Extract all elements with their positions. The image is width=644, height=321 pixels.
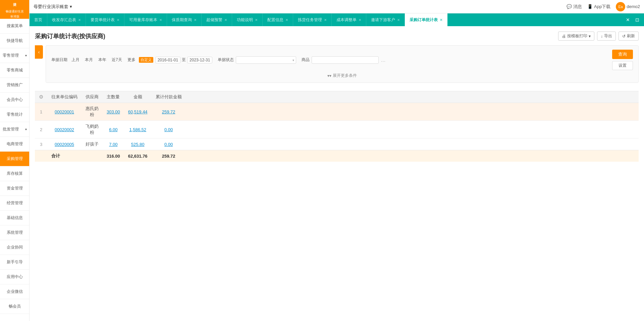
expand-icon: ▾▾ — [327, 73, 331, 78]
date-start[interactable]: 2016-01-01 — [155, 57, 180, 63]
close-tab-icon[interactable]: ✕ — [624, 16, 632, 24]
tab-close-icon[interactable]: ✕ — [78, 18, 81, 22]
tab-close-icon[interactable]: ✕ — [324, 18, 327, 22]
query-button[interactable]: 查询 — [612, 50, 633, 59]
export-button[interactable]: ↓ 导出 — [597, 32, 616, 41]
collapse-filter-btn[interactable]: ‹ — [35, 45, 43, 59]
row-amount[interactable]: 1,586.52 — [124, 121, 152, 139]
sidebar-item-应用中心[interactable]: 应用中心 — [0, 270, 30, 284]
nav-tab-拣货任务管理[interactable]: 拣货任务管理✕ — [293, 13, 332, 26]
print-icon: 🖨 — [562, 34, 566, 39]
expand-more-btn[interactable]: ▾▾ 展开更多条件 — [327, 73, 357, 78]
nav-tab-首页[interactable]: 首页 — [30, 13, 47, 26]
sidebar-item-搜索英单[interactable]: 搜索英单 — [0, 19, 30, 34]
sidebar-item-库存核算[interactable]: 库存核算 — [0, 166, 30, 181]
row-amount[interactable]: 525.80 — [124, 139, 152, 150]
sidebar-item-零售统计[interactable]: 零售统计 — [0, 107, 30, 122]
filter-settings-button[interactable]: 设置 — [612, 61, 633, 70]
sidebar-item-电商管理[interactable]: 电商管理 — [0, 137, 30, 152]
nav-tab-邀请下游客户[interactable]: 邀请下游客户✕ — [366, 13, 405, 26]
col-qty: 主数量 — [103, 91, 124, 103]
maximize-tab-icon[interactable]: ⊡ — [633, 16, 641, 24]
row-qty[interactable]: 303.00 — [103, 103, 124, 121]
tab-close-icon[interactable]: ✕ — [117, 18, 119, 22]
col-settings[interactable]: ⚙ — [35, 91, 47, 103]
row-paid[interactable]: 0.00 — [152, 139, 186, 150]
nav-tab-超储预警[interactable]: 超储预警✕ — [202, 13, 232, 26]
nav-tab-收发存汇总表[interactable]: 收发存汇总表✕ — [47, 13, 86, 26]
app-download-btn[interactable]: 📱 App下载 — [587, 4, 610, 10]
sidebar-item-资金管理[interactable]: 资金管理 — [0, 181, 30, 196]
sidebar-item-会员中心[interactable]: 会员中心 — [0, 93, 30, 107]
sidebar-item-label: 资金管理 — [7, 185, 23, 191]
goods-more-icon[interactable]: … — [381, 57, 385, 63]
row-code[interactable]: 00020002 — [47, 121, 82, 139]
row-supplier: 飞鹤奶粉 — [82, 121, 103, 139]
sidebar-item-批发管理[interactable]: 批发管理▾ — [0, 122, 30, 137]
workspace-selector[interactable]: 母婴行业演示账套 ▾ — [34, 4, 72, 10]
more-date-btn[interactable]: 更多 — [125, 56, 138, 63]
sidebar-arrow-icon: ▾ — [25, 127, 27, 131]
column-settings-icon[interactable]: ⚙ — [39, 94, 43, 100]
row-amount[interactable]: 60,519.44 — [124, 103, 152, 121]
row-paid[interactable]: 259.72 — [152, 103, 186, 121]
refresh-button[interactable]: ↺ 刷新 — [619, 32, 639, 41]
sidebar-item-企业协同[interactable]: 企业协同 — [0, 240, 30, 255]
col-amount: 金额 — [124, 91, 152, 103]
prev-month-btn[interactable]: 上月 — [69, 56, 82, 63]
message-label: 消息 — [573, 4, 582, 10]
nav-tab-功能说明[interactable]: 功能说明✕ — [232, 13, 263, 26]
tab-close-icon[interactable]: ✕ — [255, 18, 258, 22]
sidebar-item-快捷导航[interactable]: 快捷导航 — [0, 34, 30, 48]
user-profile[interactable]: Ea demo2 — [616, 2, 640, 11]
nav-tab-成本调整单[interactable]: 成本调整单✕ — [332, 13, 366, 26]
tab-close-icon[interactable]: ✕ — [285, 18, 288, 22]
tab-close-icon[interactable]: ✕ — [397, 18, 400, 22]
workspace-label: 母婴行业演示账套 — [34, 4, 68, 10]
row-qty[interactable]: 7.00 — [103, 139, 124, 150]
row-paid[interactable]: 0.00 — [152, 121, 186, 139]
tab-label: 邀请下游客户 — [371, 17, 395, 23]
tab-close-icon[interactable]: ✕ — [359, 18, 361, 22]
footer-label: 合计 — [47, 150, 82, 162]
sidebar-item-畅会员[interactable]: 畅会员 — [0, 299, 30, 314]
goods-input[interactable] — [312, 56, 379, 64]
app-logo: 捷 畅捷通好生意 标准版 — [0, 0, 30, 19]
tab-close-icon[interactable]: ✕ — [159, 18, 162, 22]
nav-tab-要货单统计表[interactable]: 要货单统计表✕ — [86, 13, 124, 26]
sidebar-item-label: 营销推广 — [7, 82, 23, 88]
footer-empty-1 — [35, 150, 47, 162]
sidebar-item-采购管理[interactable]: 采购管理 — [0, 152, 30, 166]
col-code: 往来单位编码 — [47, 91, 82, 103]
tab-close-icon[interactable]: ✕ — [224, 18, 227, 22]
date-end[interactable]: 2023-12-31 — [187, 57, 212, 63]
tab-actions: ✕ ⊡ — [624, 16, 644, 24]
tab-label: 成本调整单 — [336, 17, 357, 23]
footer-empty-3 — [186, 150, 639, 162]
sidebar-item-系统管理[interactable]: 系统管理 — [0, 225, 30, 240]
print-button[interactable]: 🖨 按模板打印 ▾ — [558, 32, 594, 41]
row-code[interactable]: 00020005 — [47, 139, 82, 150]
sidebar-item-基础信息[interactable]: 基础信息 — [0, 211, 30, 225]
status-label: 单据状态 — [218, 57, 234, 63]
sidebar-item-营销推广[interactable]: 营销推广 — [0, 78, 30, 93]
nav-tab-保质期查询[interactable]: 保质期查询✕ — [167, 13, 202, 26]
7days-btn[interactable]: 近7天 — [110, 56, 124, 63]
sidebar-item-经营管理[interactable]: 经营管理 — [0, 196, 30, 211]
nav-tab-采购订单统计表[interactable]: 采购订单统计表✕ — [405, 13, 447, 26]
this-month-btn[interactable]: 本月 — [83, 56, 95, 63]
sidebar-item-零售管理[interactable]: 零售管理▾ — [0, 48, 30, 63]
sidebar-item-新手引导[interactable]: 新手引导 — [0, 255, 30, 270]
status-select[interactable] — [236, 56, 296, 64]
tab-close-icon[interactable]: ✕ — [440, 18, 442, 22]
row-code[interactable]: 00020001 — [47, 103, 82, 121]
message-btn[interactable]: 💬 消息 — [567, 4, 582, 10]
nav-tab-配置信息[interactable]: 配置信息✕ — [263, 13, 293, 26]
tab-close-icon[interactable]: ✕ — [194, 18, 197, 22]
status-select-wrap — [236, 56, 296, 64]
row-qty[interactable]: 6.00 — [103, 121, 124, 139]
sidebar-item-零售商城[interactable]: 零售商城 — [0, 63, 30, 78]
this-year-btn[interactable]: 本年 — [96, 56, 108, 63]
nav-tab-可用量库存账本[interactable]: 可用量库存账本✕ — [124, 13, 167, 26]
sidebar-item-企业微信[interactable]: 企业微信 — [0, 284, 30, 299]
